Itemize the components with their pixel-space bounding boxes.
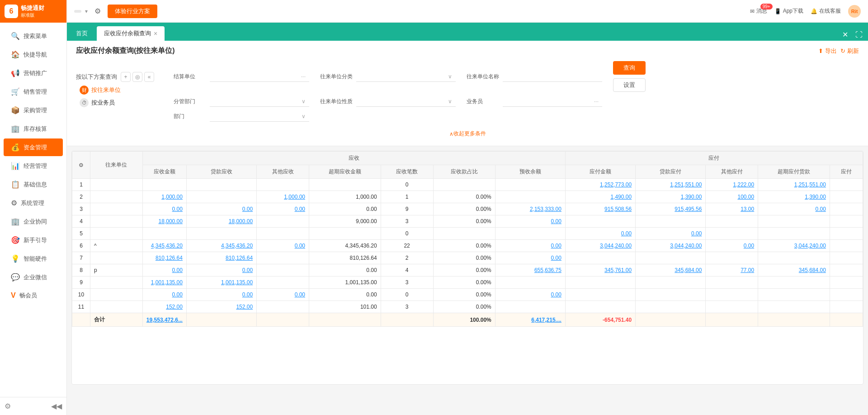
sidebar-item-operation[interactable]: 📊 经营管理 <box>4 157 63 175</box>
partner-category-select[interactable]: ∨ <box>356 72 456 82</box>
sidebar-item-inventory[interactable]: 🏢 库存核算 <box>4 120 63 138</box>
sidebar-item-marketing[interactable]: 📢 营销推广 <box>4 64 63 82</box>
sidebar-item-basic-info[interactable]: 📋 基础信息 <box>4 176 63 193</box>
smart-hw-icon: 💡 <box>11 254 20 263</box>
page-title-row: 应收应付余额查询(按往来单位) ⬆ 导出 ↻ 刷新 <box>76 46 859 56</box>
sidebar-item-label: 企业微信 <box>24 273 47 281</box>
action-buttons: 查询 设置 <box>613 61 646 92</box>
refresh-button[interactable]: ↻ 刷新 <box>840 47 859 55</box>
tab-home[interactable]: 首页 <box>69 26 95 41</box>
sidebar-item-newbie[interactable]: 🎯 新手引导 <box>4 231 63 249</box>
messages-wrapper: ✉ 消息 99+ <box>750 7 767 15</box>
ar-prepay-header: 预收余额 <box>495 165 565 179</box>
collapse-icon: ∧ <box>449 131 453 137</box>
export-button[interactable]: ⬆ 导出 <box>818 47 837 55</box>
salesperson-field: 业务员 ··· <box>467 96 602 107</box>
page-actions: ⬆ 导出 ↻ 刷新 <box>818 47 859 55</box>
messages-badge: 99+ <box>760 4 773 10</box>
partner-name-input[interactable] <box>503 72 602 82</box>
collapse-icon[interactable]: ◀◀ <box>51 402 62 410</box>
nav-type-partner[interactable]: 财 按往来单位 <box>76 84 154 96</box>
sidebar-item-finance[interactable]: 💰 资金管理 <box>4 138 63 156</box>
total-ap-amount: -654,751.40 <box>565 313 635 327</box>
marketing-icon: 📢 <box>11 69 20 77</box>
online-service-label: 在线客服 <box>819 7 841 15</box>
dept-label: 部门 <box>174 113 210 120</box>
branch-dept-label: 分管部门 <box>174 98 210 105</box>
sidebar-item-enterprise[interactable]: 🏢 企业协同 <box>4 213 63 230</box>
table-row: 30.000.000.000.0090.00%2,153,333.00915,5… <box>72 203 863 215</box>
sidebar-item-system[interactable]: ⚙ 系统管理 <box>4 194 63 212</box>
ar-group-header: 应收 <box>142 152 565 165</box>
settlement-unit-label: 结算单位 <box>174 73 210 81</box>
query-button[interactable]: 查询 <box>613 61 646 75</box>
dept-field: 部门 ∨ <box>174 111 309 122</box>
partner-type-icon: 财 <box>80 86 89 95</box>
tab-home-label: 首页 <box>76 29 88 38</box>
ap-rest-header: 应付 <box>830 165 863 179</box>
sidebar-item-smart-hw[interactable]: 💡 智能硬件 <box>4 250 63 267</box>
company-name <box>74 10 81 13</box>
sidebar-item-search-menu[interactable]: 🔍 搜索菜单 <box>4 27 63 45</box>
sidebar-item-label: 销售管理 <box>24 88 47 96</box>
total-ar-prepay[interactable]: 6,417,215.... <box>495 313 565 327</box>
salesperson-label: 业务员 <box>467 98 503 105</box>
export-icon: ⬆ <box>818 48 823 54</box>
refresh-label: 刷新 <box>847 47 859 55</box>
sidebar-item-label: 资金管理 <box>24 143 47 152</box>
industry-solution-button[interactable]: 体验行业方案 <box>108 5 157 18</box>
sidebar-item-purchase[interactable]: 📦 采购管理 <box>4 101 63 119</box>
collapse-more-button[interactable]: ∧ 收起更多条件 <box>76 127 859 140</box>
app-download-button[interactable]: 📱 App下载 <box>774 7 803 15</box>
table-row: 8p0.000.000.0040.00%655,636.75345,761.00… <box>72 264 863 277</box>
maximize-icon[interactable]: ⛶ <box>854 29 864 41</box>
operation-icon: 📊 <box>11 162 20 170</box>
add-scheme-button[interactable]: + <box>121 72 131 82</box>
partner-col-header: 往来单位 <box>90 152 143 179</box>
settlement-unit-field: 结算单位 ··· <box>174 72 309 82</box>
sidebar-item-label: 新手引导 <box>24 236 47 244</box>
sidebar-item-label: 经营管理 <box>24 162 47 170</box>
collapse-label: 收起更多条件 <box>453 130 486 138</box>
close-window-icon[interactable]: ✕ <box>840 29 850 41</box>
company-chevron-icon[interactable]: ▾ <box>85 8 88 14</box>
table-row: 500.000.00 <box>72 228 863 240</box>
sidebar-item-sales[interactable]: 🛒 销售管理 <box>4 83 63 100</box>
table-container: ⚙ 往来单位 应收 应付 应收金额 贷款应收 其他应收 超期应收金额 应收笔数 … <box>71 151 863 385</box>
partner-category-label: 往来单位分类 <box>320 73 356 81</box>
newbie-icon: 🎯 <box>11 236 20 244</box>
nav-type-salesperson[interactable]: ⏱ 按业务员 <box>76 96 154 109</box>
ar-loan-header: 贷款应收 <box>186 165 256 179</box>
total-ar-ratio: 100.00% <box>433 313 495 327</box>
table-row: 91,001,135.001,001,135.001,001,135.0030.… <box>72 277 863 289</box>
partner-name-label: 往来单位名称 <box>467 73 503 81</box>
sidebar-item-wechat[interactable]: 💬 企业微信 <box>4 268 63 286</box>
tab-ar-ap[interactable]: 应收应付余额查询 × <box>97 26 165 41</box>
nav-type-salesperson-label: 按业务员 <box>91 99 115 107</box>
total-ar-amount[interactable]: 19,553,472,6... <box>142 313 186 327</box>
nav-type-list: 财 按往来单位 ⏱ 按业务员 <box>76 82 154 111</box>
purchase-icon: 📦 <box>11 106 20 114</box>
salesperson-dots: ··· <box>594 98 599 105</box>
partner-nature-select[interactable]: ∨ <box>356 96 456 107</box>
gear-icon[interactable]: ⚙ <box>91 5 104 18</box>
settings-bottom-icon[interactable]: ⚙ <box>5 402 11 410</box>
page-header: 应收应付余额查询(按往来单位) ⬆ 导出 ↻ 刷新 按以下方案查询 <box>67 41 868 146</box>
online-service-button[interactable]: 🔔 在线客服 <box>811 7 841 15</box>
branch-dept-select[interactable]: ∨ <box>210 96 309 107</box>
set-button[interactable]: 设置 <box>613 78 646 92</box>
sidebar-item-label: 采购管理 <box>24 106 47 114</box>
sidebar-item-quick-nav[interactable]: 🏠 快捷导航 <box>4 46 63 63</box>
sidebar-item-member[interactable]: V 畅会员 <box>4 287 63 304</box>
total-ap-rest <box>830 313 863 327</box>
scheme-collapse-button[interactable]: « <box>144 72 154 82</box>
table-row: 418,000.0018,000.009,000.0030.00%0.00 <box>72 215 863 228</box>
sidebar-bottom: ⚙ ◀◀ <box>0 397 66 415</box>
table-settings-icon[interactable]: ⚙ <box>79 162 84 168</box>
tab-close-icon[interactable]: × <box>154 30 157 37</box>
topbar: ▾ ⚙ 体验行业方案 ✉ 消息 99+ 📱 App下载 🔔 在线客服 Rit <box>67 0 868 23</box>
branch-dept-field: 分管部门 ∨ <box>174 96 309 107</box>
dept-select[interactable]: ∨ <box>210 111 309 122</box>
scheme-settings-button[interactable]: ◎ <box>132 72 142 82</box>
ar-count-header: 应收笔数 <box>381 165 433 179</box>
